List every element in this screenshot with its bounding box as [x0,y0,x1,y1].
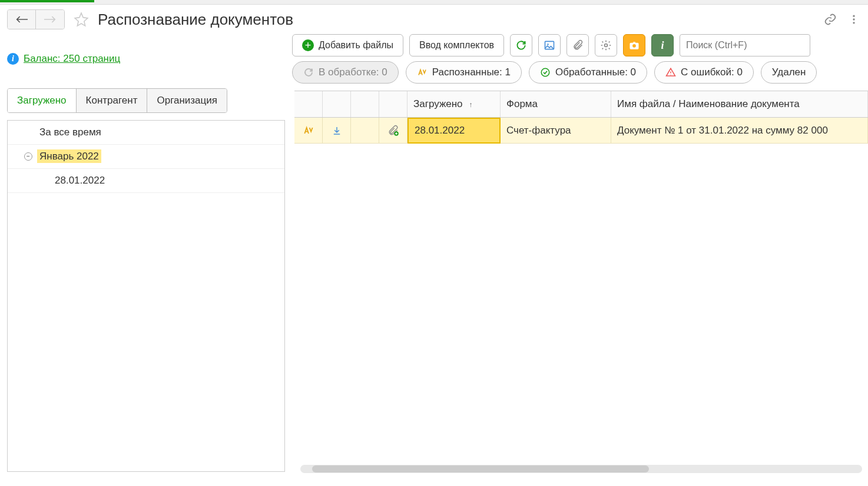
filter-processed-label: Обработанные: 0 [555,66,636,78]
arrow-left-icon [16,15,28,24]
paperclip-plus-icon [387,125,399,137]
svg-point-8 [541,68,549,76]
page-header: Распознавание документов [0,5,868,34]
tab-loaded[interactable]: Загружено [8,89,77,112]
row-blank [351,118,379,144]
col-loaded-label: Загружено [413,98,463,109]
tree-month[interactable]: − Январь 2022 [8,145,284,169]
col-loaded[interactable]: Загружено ↑ [408,91,501,117]
col-download[interactable] [323,91,351,117]
tree-date[interactable]: 28.01.2022 [8,169,284,193]
left-tabs: Загружено Контрагент Организация [7,88,227,113]
filter-deleted-label: Удален [772,66,806,78]
row-attach-icon[interactable] [379,118,408,144]
check-circle-icon [540,67,551,78]
filter-recognized[interactable]: Распознанные: 1 [406,61,522,84]
info-button[interactable]: i [651,34,674,56]
filter-processed[interactable]: Обработанные: 0 [529,61,647,84]
gear-icon [600,39,612,51]
plus-icon: + [302,39,314,51]
kebab-icon [848,14,860,25]
scrollbar-thumb[interactable] [312,465,649,472]
balance-link[interactable]: Баланс: 250 страниц [24,53,120,65]
row-loaded: 28.01.2022 [408,118,501,144]
svg-point-0 [853,15,854,17]
window-top-bar [0,0,868,5]
attachment-button[interactable] [566,34,589,56]
svg-point-5 [605,44,608,47]
link-icon [824,13,837,26]
documents-grid: Загружено ↑ Форма Имя файла / Наименован… [294,91,868,462]
star-icon [74,12,89,27]
arrow-right-icon [44,15,56,24]
favorite-button[interactable] [72,10,91,29]
filter-processing[interactable]: В обработке: 0 [292,61,399,84]
tab-contractor[interactable]: Контрагент [77,89,148,112]
tab-organization[interactable]: Организация [147,89,227,112]
col-attach[interactable] [379,91,408,117]
row-filename: Документ № 1 от 31.01.2022 на сумму 82 0… [611,118,868,144]
toolbar: + Добавить файлы Ввод комплектов [292,34,861,56]
table-row[interactable]: 28.01.2022 Счет-фактура Документ № 1 от … [294,118,868,144]
add-sets-button[interactable]: Ввод комплектов [409,34,504,56]
recognize-icon [303,125,314,137]
row-form: Счет-фактура [501,118,611,144]
col-status[interactable] [294,91,323,117]
link-button[interactable] [823,12,837,26]
svg-point-4 [547,44,549,45]
alert-icon [665,67,676,78]
image-button[interactable] [538,34,561,56]
col-blank[interactable] [351,91,379,117]
col-filename-label: Имя файла / Наименование документа [617,98,800,109]
tree-all-time[interactable]: За все время [8,121,284,145]
refresh-button[interactable] [510,34,532,56]
collapse-icon[interactable]: − [24,152,32,161]
download-icon [332,125,342,136]
filter-deleted[interactable]: Удален [761,61,817,84]
paperclip-icon [572,39,584,51]
back-button[interactable] [8,10,36,29]
add-files-label: Добавить файлы [319,40,393,51]
row-status-icon [294,118,323,144]
settings-button[interactable] [595,34,617,56]
filter-error-label: С ошибкой: 0 [681,66,743,78]
info-square-icon: i [661,39,664,52]
col-form-label: Форма [506,98,538,109]
filter-error[interactable]: С ошибкой: 0 [654,61,754,84]
add-sets-label: Ввод комплектов [419,40,494,51]
tree-all-time-label: За все время [39,127,101,138]
svg-point-2 [853,22,854,24]
filter-row: В обработке: 0 Распознанные: 1 Обработан… [292,56,861,88]
camera-icon [628,39,640,51]
more-button[interactable] [847,12,861,26]
add-files-button[interactable]: + Добавить файлы [292,34,403,56]
horizontal-scrollbar[interactable] [300,465,862,473]
refresh-icon [303,67,314,78]
search-input[interactable] [680,34,810,56]
forward-button[interactable] [36,10,64,29]
svg-point-7 [632,44,636,48]
filter-processing-label: В обработке: 0 [319,66,387,78]
info-icon: i [7,53,19,65]
col-form[interactable]: Форма [501,91,611,117]
sort-asc-icon: ↑ [469,101,472,109]
row-download-icon[interactable] [323,118,351,144]
tree-month-label: Январь 2022 [37,149,101,163]
recognize-icon [417,67,428,78]
page-title: Распознавание документов [98,11,293,29]
image-icon [544,39,555,51]
camera-button[interactable] [623,34,645,56]
filter-recognized-label: Распознанные: 1 [432,66,511,78]
date-tree: За все время − Январь 2022 28.01.2022 [7,120,285,472]
nav-buttons [7,9,65,29]
col-filename[interactable]: Имя файла / Наименование документа [611,91,868,117]
grid-header: Загружено ↑ Форма Имя файла / Наименован… [294,91,868,118]
tree-date-label: 28.01.2022 [55,175,105,186]
svg-point-1 [853,18,854,20]
refresh-icon [515,39,527,51]
